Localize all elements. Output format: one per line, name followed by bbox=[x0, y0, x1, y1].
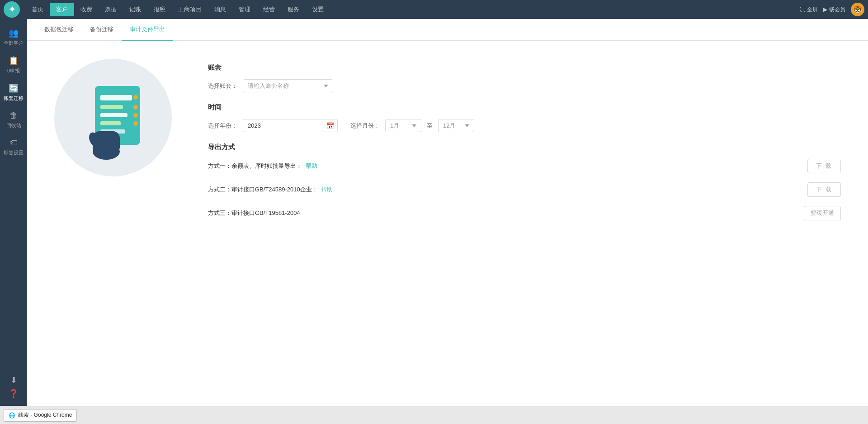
main-layout: 👥 全部客户 📋 0申报 🔄 账套迁移 🗑 回收站 🏷 标签设置 ⬇ ❓ 数据包… bbox=[0, 19, 868, 406]
top-nav: ✦ 首页 客户 收费 票据 记账 报税 工商项目 消息 管理 经营 服务 设置 … bbox=[0, 0, 868, 19]
svg-rect-4 bbox=[100, 121, 121, 125]
svg-rect-2 bbox=[100, 105, 123, 109]
month-label: 选择月份： bbox=[350, 122, 380, 130]
svg-rect-1 bbox=[100, 95, 132, 100]
sidebar: 👥 全部客户 📋 0申报 🔄 账套迁移 🗑 回收站 🏷 标签设置 ⬇ ❓ bbox=[0, 19, 27, 406]
sidebar-download-icon[interactable]: ⬇ bbox=[10, 375, 17, 385]
export-methods: 方式一：余额表、序时账批量导出： 帮助 下 载 方式二：审计接口GB/T2458… bbox=[208, 159, 841, 220]
app-logo: ✦ bbox=[4, 1, 20, 18]
method-2-label: 方式二：审计接口GB/T24589-2010企业： 帮助 bbox=[208, 186, 800, 194]
nav-operation[interactable]: 经营 bbox=[257, 3, 281, 16]
member-button[interactable]: ▶ 畅会员 bbox=[823, 6, 845, 14]
nav-business[interactable]: 工商项目 bbox=[172, 3, 208, 16]
sidebar-item-migration[interactable]: 🔄 账套迁移 bbox=[0, 79, 27, 106]
svg-point-9 bbox=[133, 121, 138, 126]
nav-tax[interactable]: 报税 bbox=[147, 3, 172, 16]
method-3-label: 方式三：审计接口GB/T19581-2004 bbox=[208, 209, 797, 217]
method-1-label: 方式一：余额表、序时账批量导出： 帮助 bbox=[208, 162, 800, 170]
nav-home[interactable]: 首页 bbox=[25, 3, 50, 16]
avatar[interactable]: 🐯 bbox=[851, 3, 864, 16]
time-row: 选择年份： 2023 📅 选择月份： 1月 至 12月 bbox=[208, 119, 841, 132]
nav-message[interactable]: 消息 bbox=[208, 3, 232, 16]
sidebar-bottom: ⬇ ❓ bbox=[9, 375, 19, 406]
svg-point-6 bbox=[133, 95, 138, 100]
svg-point-8 bbox=[133, 113, 138, 118]
content-area: 数据包迁移 备份迁移 审计文件导出 bbox=[27, 19, 868, 406]
illustration-svg bbox=[72, 72, 154, 163]
month-to-select[interactable]: 12月 bbox=[438, 119, 474, 132]
method-1-download-button[interactable]: 下 载 bbox=[807, 159, 841, 173]
tab-audit-export[interactable]: 审计文件导出 bbox=[122, 19, 173, 41]
method-1-row: 方式一：余额表、序时账批量导出： 帮助 下 载 bbox=[208, 159, 841, 173]
fullscreen-icon: ⛶ bbox=[800, 6, 805, 13]
sidebar-item-recycle[interactable]: 🗑 回收站 bbox=[0, 106, 27, 133]
method-1-help-link[interactable]: 帮助 bbox=[306, 162, 317, 169]
method-2-row: 方式二：审计接口GB/T24589-2010企业： 帮助 下 载 bbox=[208, 182, 841, 197]
form-area: 账套 选择账套： 请输入账套名称 时间 选择年份： 2023 📅 bbox=[208, 59, 841, 229]
svg-rect-3 bbox=[100, 113, 127, 117]
method-3-open-button[interactable]: 暂缓开通 bbox=[804, 206, 841, 220]
svg-point-7 bbox=[133, 105, 138, 110]
nav-fee[interactable]: 收费 bbox=[74, 3, 99, 16]
tabs-bar: 数据包迁移 备份迁移 审计文件导出 bbox=[27, 19, 868, 41]
method-3-row: 方式三：审计接口GB/T19581-2004 暂缓开通 bbox=[208, 206, 841, 220]
account-label: 选择账套： bbox=[208, 82, 237, 90]
nav-service[interactable]: 服务 bbox=[281, 3, 306, 16]
nav-customer[interactable]: 客户 bbox=[50, 3, 74, 16]
trash-icon: 🗑 bbox=[9, 111, 18, 120]
sidebar-help-icon[interactable]: ❓ bbox=[9, 389, 19, 399]
sidebar-item-all-customers[interactable]: 👥 全部客户 bbox=[0, 24, 27, 51]
migration-icon: 🔄 bbox=[9, 83, 19, 93]
nav-items: 首页 客户 收费 票据 记账 报税 工商项目 消息 管理 经营 服务 设置 bbox=[25, 3, 800, 16]
account-section-title: 账套 bbox=[208, 63, 841, 72]
nav-right: ⛶ 全屏 ▶ 畅会员 🐯 bbox=[800, 3, 864, 16]
export-section-title: 导出方式 bbox=[208, 143, 841, 152]
method-2-download-button[interactable]: 下 载 bbox=[807, 182, 841, 197]
users-icon: 👥 bbox=[9, 28, 19, 38]
tab-data-migration[interactable]: 数据包迁移 bbox=[36, 19, 82, 41]
nav-manage[interactable]: 管理 bbox=[232, 3, 257, 16]
taskbar: 🌐 线索 - Google Chrome bbox=[0, 406, 868, 424]
sidebar-item-declare[interactable]: 📋 0申报 bbox=[0, 51, 27, 79]
video-icon: ▶ bbox=[823, 6, 827, 13]
calendar-icon: 📅 bbox=[326, 122, 334, 129]
page-content: 账套 选择账套： 请输入账套名称 时间 选择年份： 2023 📅 bbox=[27, 41, 868, 406]
year-input-wrap: 2023 📅 bbox=[243, 119, 338, 132]
to-separator: 至 bbox=[427, 122, 433, 130]
nav-invoice[interactable]: 票据 bbox=[99, 3, 123, 16]
tab-backup-migration[interactable]: 备份迁移 bbox=[82, 19, 122, 41]
sidebar-item-tags[interactable]: 🏷 标签设置 bbox=[0, 133, 27, 161]
tag-icon: 🏷 bbox=[9, 138, 18, 148]
taskbar-chrome-item[interactable]: 🌐 线索 - Google Chrome bbox=[4, 409, 77, 422]
year-label: 选择年份： bbox=[208, 122, 237, 130]
fullscreen-button[interactable]: ⛶ 全屏 bbox=[800, 6, 818, 14]
illustration-circle bbox=[54, 59, 172, 176]
time-section-title: 时间 bbox=[208, 103, 841, 112]
illustration-area bbox=[54, 59, 172, 176]
account-select[interactable]: 请输入账套名称 bbox=[243, 79, 333, 92]
nav-settings[interactable]: 设置 bbox=[306, 3, 330, 16]
chrome-icon: 🌐 bbox=[9, 412, 15, 419]
month-from-select[interactable]: 1月 bbox=[385, 119, 421, 132]
year-input[interactable]: 2023 bbox=[243, 119, 338, 132]
account-row: 选择账套： 请输入账套名称 bbox=[208, 79, 841, 92]
declare-icon: 📋 bbox=[9, 56, 19, 66]
nav-bookkeeping[interactable]: 记账 bbox=[123, 3, 147, 16]
method-2-help-link[interactable]: 帮助 bbox=[321, 186, 333, 193]
